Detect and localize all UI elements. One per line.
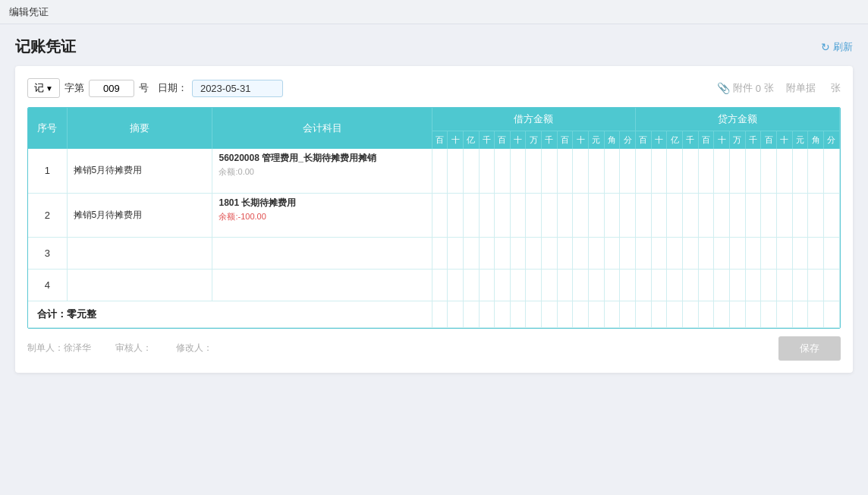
row2-d6[interactable] [510,193,526,237]
date-input[interactable] [192,80,283,97]
attach-count: 0 [756,83,761,94]
row3-seq: 3 [28,237,67,269]
row2-d11[interactable] [588,193,604,237]
row1-c11[interactable] [792,149,808,193]
row3-summary[interactable] [67,237,212,269]
th-summary: 摘要 [67,108,212,149]
row2-c2[interactable] [651,193,667,237]
row3-account[interactable] [212,237,432,269]
total-label: 合计：零元整 [28,301,432,327]
refresh-icon: ↻ [821,41,830,53]
title-bar: 编辑凭证 [0,0,868,24]
row1-d2[interactable] [448,149,464,193]
row1-c10[interactable] [776,149,792,193]
row1-account[interactable]: 56020008 管理费用_长期待摊费用摊销 余额:0.00 [212,149,432,193]
table-row: 4 [28,269,840,301]
row1-d11[interactable] [588,149,604,193]
dh-qian1: 千 [479,131,495,150]
attach-unit: 张 [764,81,774,95]
row1-d7[interactable] [526,149,542,193]
voucher-type-label: 记 [34,81,44,95]
ch-bai3: 百 [761,131,777,150]
maker-label: 制单人：徐泽华 [27,342,91,355]
row2-c3[interactable] [667,193,683,237]
row2-c10[interactable] [776,193,792,237]
row2-d12[interactable] [604,193,620,237]
row2-c4[interactable] [683,193,699,237]
total-row: 合计：零元整 [28,301,840,327]
row1-c2[interactable] [651,149,667,193]
row2-d10[interactable] [573,193,589,237]
attach-doc-button[interactable]: 附单据 [786,81,816,95]
row2-account[interactable]: 1801 长期待摊费用 余额:-100.00 [212,193,432,237]
row2-d7[interactable] [526,193,542,237]
row2-c1[interactable] [636,193,652,237]
row2-c9[interactable] [761,193,777,237]
row2-d5[interactable] [495,193,511,237]
save-button[interactable]: 保存 [778,336,841,361]
ch-shi2: 十 [714,131,730,150]
ch-yi1: 亿 [667,131,683,150]
row2-d4[interactable] [479,193,495,237]
footer-info: 制单人：徐泽华 审核人： 修改人： [27,342,212,355]
voucher-table: 序号 摘要 会计科目 借方金额 贷方金额 百 十 亿 千 百 十 万 [28,108,840,328]
ch-bai1: 百 [636,131,652,150]
row2-c8[interactable] [745,193,761,237]
row1-d6[interactable] [510,149,526,193]
row4-account[interactable] [212,269,432,301]
row2-d3[interactable] [463,193,479,237]
row2-d1[interactable] [432,193,448,237]
row1-d9[interactable] [557,149,573,193]
ch-yuan1: 元 [792,131,808,150]
row1-d4[interactable] [479,149,495,193]
voucher-number-input[interactable] [89,80,134,97]
row1-c12[interactable] [808,149,824,193]
th-seq: 序号 [28,108,67,149]
row1-c4[interactable] [683,149,699,193]
row1-d1[interactable] [432,149,448,193]
row1-d3[interactable] [463,149,479,193]
row1-c5[interactable] [698,149,714,193]
row1-c13[interactable] [823,149,839,193]
row2-summary[interactable]: 摊销5月待摊费用 [67,193,212,237]
row4-summary[interactable] [67,269,212,301]
date-group: 日期： [158,80,283,97]
row1-summary[interactable]: 摊销5月待摊费用 [67,149,212,193]
dh-jiao1: 角 [604,131,620,150]
row1-d13[interactable] [620,149,636,193]
row1-c7[interactable] [729,149,745,193]
dh-shi1: 十 [448,131,464,150]
row2-d9[interactable] [557,193,573,237]
row2-c12[interactable] [808,193,824,237]
dh-fen1: 分 [620,131,636,150]
row1-c6[interactable] [714,149,730,193]
row1-d12[interactable] [604,149,620,193]
row2-c11[interactable] [792,193,808,237]
row2-seq: 2 [28,193,67,237]
attach-link[interactable]: 📎 附件 0 张 [717,81,774,95]
row1-d5[interactable] [495,149,511,193]
ch-fen1: 分 [823,131,839,150]
row1-d8[interactable] [542,149,558,193]
refresh-button[interactable]: ↻ 刷新 [821,40,853,54]
ch-shi1: 十 [651,131,667,150]
attach-zhang: 张 [831,81,841,95]
voucher-type-button[interactable]: 记 ▼ [27,78,60,98]
dropdown-icon: ▼ [46,84,53,93]
row1-c1[interactable] [636,149,652,193]
row1-acct-balance: 余额:0.00 [219,166,425,178]
row1-c3[interactable] [667,149,683,193]
attach-label: 附件 [733,81,753,95]
row2-c13[interactable] [823,193,839,237]
row1-d10[interactable] [573,149,589,193]
footer-bar: 制单人：徐泽华 审核人： 修改人： 保存 [27,336,841,361]
row2-d13[interactable] [620,193,636,237]
row3-d1[interactable] [432,237,448,269]
row2-c7[interactable] [729,193,745,237]
row2-c6[interactable] [714,193,730,237]
row2-c5[interactable] [698,193,714,237]
row2-d2[interactable] [448,193,464,237]
row1-c8[interactable] [745,149,761,193]
row2-d8[interactable] [542,193,558,237]
row1-c9[interactable] [761,149,777,193]
